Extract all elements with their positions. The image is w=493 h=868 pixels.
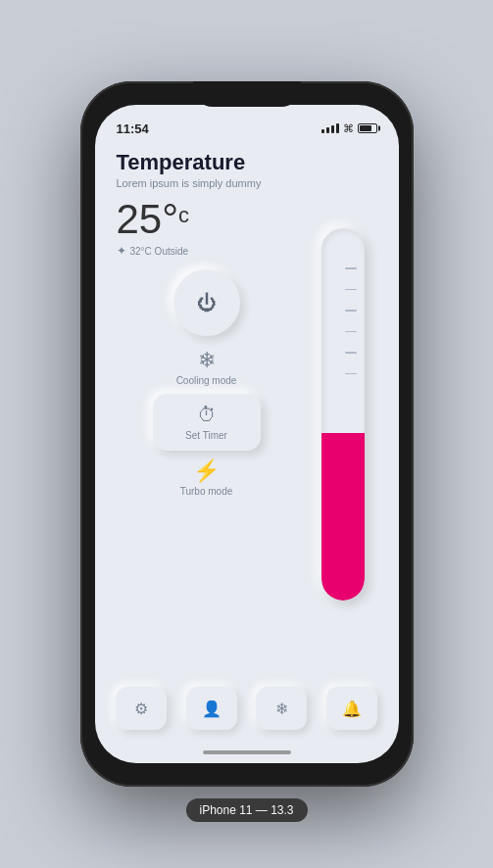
thermometer-ticks	[345, 267, 357, 374]
nav-bell-button[interactable]: 🔔	[326, 687, 377, 730]
status-bar: 11:54 ⌘	[95, 105, 399, 142]
tick-4	[345, 331, 357, 333]
home-bar	[203, 750, 291, 754]
turbo-control[interactable]: ⚡ Turbo mode	[117, 458, 297, 497]
right-panel	[309, 199, 377, 669]
page-subtitle: Lorem ipsum is simply dummy	[117, 177, 377, 189]
power-icon: ⏻	[197, 292, 217, 314]
home-indicator	[95, 742, 399, 763]
temperature-value: 25°	[117, 199, 179, 240]
left-panel: 25° c ✦ 32°C Outside ⏻	[117, 199, 297, 669]
user-icon: 👤	[202, 699, 222, 718]
snowflake-icon: ❄	[198, 348, 216, 373]
tick-1	[345, 267, 357, 269]
status-icons: ⌘	[321, 122, 377, 135]
tick-3	[345, 310, 357, 312]
lightning-icon: ⚡	[193, 458, 220, 484]
power-button[interactable]: ⏻	[173, 269, 240, 336]
settings-icon: ⚙	[134, 699, 148, 718]
cooling-control[interactable]: ❄ Cooling mode	[117, 348, 297, 386]
battery-icon	[358, 123, 377, 133]
timer-icon: ⏱	[197, 404, 217, 426]
tick-5	[345, 352, 357, 354]
temperature-unit: c	[178, 205, 189, 226]
thermometer-fill	[321, 433, 365, 601]
nav-settings-button[interactable]: ⚙	[116, 687, 167, 730]
outside-temp-row: ✦ 32°C Outside	[117, 244, 297, 258]
power-control[interactable]: ⏻	[117, 269, 297, 340]
page-title: Temperature	[117, 150, 377, 175]
nav-snowflake-button[interactable]: ❄	[256, 687, 307, 730]
status-time: 11:54	[117, 121, 149, 136]
thermometer	[317, 228, 370, 640]
nav-user-button[interactable]: 👤	[186, 687, 237, 730]
wifi-icon: ⌘	[343, 122, 354, 135]
signal-icon	[321, 123, 339, 133]
temperature-display: 25° c ✦ 32°C Outside	[117, 199, 297, 258]
nav-snowflake-icon: ❄	[275, 699, 288, 718]
bottom-nav: ⚙ 👤 ❄ 🔔	[95, 679, 399, 742]
cooling-label: Cooling mode	[176, 375, 237, 386]
main-layout: 25° c ✦ 32°C Outside ⏻	[117, 199, 377, 669]
device-label: iPhone 11 — 13.3	[185, 798, 307, 822]
main-content: Temperature Lorem ipsum is simply dummy …	[95, 142, 399, 679]
outside-temp-label: 32°C Outside	[130, 246, 189, 257]
tick-2	[345, 289, 357, 291]
notch	[193, 81, 301, 107]
tick-6	[345, 373, 357, 375]
bell-icon: 🔔	[342, 699, 362, 718]
timer-button[interactable]: ⏱ Set Timer	[153, 394, 261, 451]
timer-label: Set Timer	[185, 430, 227, 441]
phone-screen: 11:54 ⌘ Temperature Lorem ipsum is simpl…	[95, 105, 399, 763]
thermometer-tube	[321, 228, 365, 601]
turbo-label: Turbo mode	[180, 486, 233, 497]
phone-frame: 11:54 ⌘ Temperature Lorem ipsum is simpl…	[80, 81, 414, 787]
sun-icon: ✦	[117, 244, 126, 258]
